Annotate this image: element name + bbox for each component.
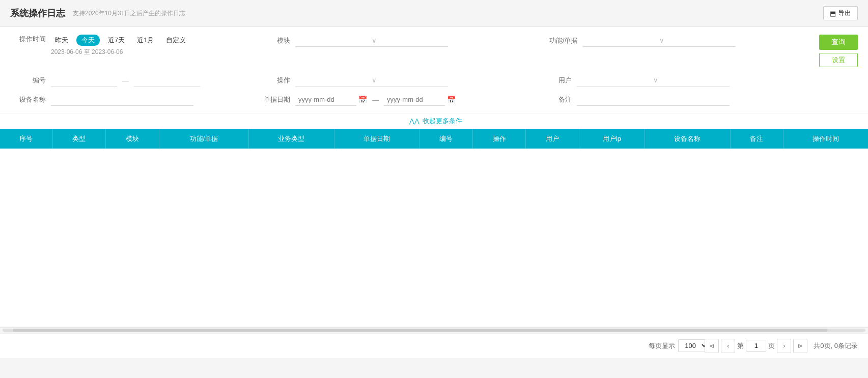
- last-page-button[interactable]: ⊳: [793, 339, 807, 353]
- time-btn-7days[interactable]: 近7天: [104, 35, 129, 46]
- filter-area: 操作时间 昨天 今天 近7天 近1月 自定义 2023-06-06 至 2023…: [0, 27, 868, 129]
- remark-label: 备注: [536, 95, 577, 104]
- collapse-bar[interactable]: ⋀⋀ 收起更多条件: [0, 113, 868, 129]
- pagination-bar: 每页显示 100 50 200 ⊲ ‹ 第 页 › ⊳ 共0页, 0条记录: [0, 333, 868, 358]
- time-label: 操作时间: [10, 35, 51, 44]
- prev-page-button[interactable]: ‹: [721, 339, 735, 353]
- action-buttons: 查询 设置: [819, 35, 858, 67]
- page-input[interactable]: [746, 340, 766, 352]
- device-label: 设备名称: [10, 95, 51, 104]
- scrollbar-area[interactable]: [0, 327, 868, 333]
- collapse-up-icon: ⋀⋀: [409, 118, 419, 125]
- page-header: 系统操作日志 支持2020年10月31日之后产生的操作日志 ⬒ 导出: [0, 0, 868, 27]
- total-info: 共0页, 0条记录: [814, 341, 858, 351]
- function-select[interactable]: ∨: [583, 35, 736, 47]
- col-remark: 备注: [730, 129, 783, 149]
- scrollbar-thumb: [13, 329, 827, 332]
- function-label: 功能/单据: [542, 36, 583, 45]
- col-device: 设备名称: [645, 129, 730, 149]
- pagination-nav: ⊲ ‹ 第 页 › ⊳: [705, 339, 807, 353]
- function-chevron-icon: ∨: [659, 37, 733, 44]
- col-type: 类型: [52, 129, 105, 149]
- table-header: 序号 类型 模块 功能/单据 业务类型 单据日期 编号 操作 用户 用户ip 设…: [0, 129, 868, 149]
- serial-label: 编号: [10, 76, 51, 85]
- device-input[interactable]: [51, 94, 193, 106]
- time-range: 2023-06-06 至 2023-06-06: [51, 48, 190, 56]
- bill-date-from-wrapper: 📅: [295, 94, 367, 106]
- col-user-ip: 用户ip: [579, 129, 645, 149]
- module-label: 模块: [255, 36, 295, 45]
- serial-input-to[interactable]: [134, 74, 200, 86]
- calendar-from-icon[interactable]: 📅: [358, 96, 367, 104]
- settings-button[interactable]: 设置: [819, 53, 858, 67]
- remark-input[interactable]: [577, 94, 730, 106]
- col-module: 模块: [106, 129, 159, 149]
- col-op-time: 操作时间: [783, 129, 868, 149]
- col-operation: 操作: [472, 129, 525, 149]
- calendar-to-icon[interactable]: 📅: [447, 96, 456, 104]
- export-icon: ⬒: [830, 10, 836, 17]
- per-page-select[interactable]: 100 50 200: [678, 339, 709, 352]
- per-page-label: 每页显示: [649, 341, 675, 351]
- serial-input-from[interactable]: [51, 74, 117, 86]
- bill-date-to-wrapper: 📅: [384, 94, 456, 106]
- next-page-button[interactable]: ›: [777, 339, 791, 353]
- col-user: 用户: [526, 129, 579, 149]
- table-container: 序号 类型 模块 功能/单据 业务类型 单据日期 编号 操作 用户 用户ip 设…: [0, 129, 868, 327]
- time-buttons: 昨天 今天 近7天 近1月 自定义: [51, 35, 190, 46]
- col-bill-date: 单据日期: [334, 129, 419, 149]
- first-page-button[interactable]: ⊲: [705, 339, 719, 353]
- page-suffix: 页: [768, 341, 775, 351]
- time-btn-today[interactable]: 今天: [76, 35, 100, 46]
- operation-chevron-icon: ∨: [372, 76, 445, 84]
- table-body: [0, 149, 868, 327]
- col-serial-no: 编号: [419, 129, 472, 149]
- operation-label: 操作: [255, 76, 295, 85]
- page-subtitle: 支持2020年10月31日之后产生的操作日志: [73, 9, 185, 18]
- bill-date-to[interactable]: [384, 94, 445, 106]
- time-filter-group: 昨天 今天 近7天 近1月 自定义 2023-06-06 至 2023-06-0…: [51, 35, 190, 56]
- scrollbar-track: [3, 329, 865, 332]
- export-button[interactable]: ⬒ 导出: [823, 6, 858, 20]
- page-title: 系统操作日志: [10, 7, 65, 19]
- query-button[interactable]: 查询: [819, 35, 858, 50]
- page-label: 第: [737, 341, 744, 351]
- bill-date-label: 单据日期: [255, 95, 295, 104]
- user-label: 用户: [536, 76, 577, 85]
- col-biz-type: 业务类型: [249, 129, 334, 149]
- module-select[interactable]: ∨: [295, 35, 448, 47]
- time-btn-custom[interactable]: 自定义: [162, 35, 190, 46]
- col-function: 功能/单据: [159, 129, 248, 149]
- time-btn-yesterday[interactable]: 昨天: [51, 35, 72, 46]
- module-chevron-icon: ∨: [372, 37, 445, 44]
- user-select[interactable]: ∨: [577, 74, 730, 86]
- user-chevron-icon: ∨: [653, 76, 726, 84]
- empty-row: [0, 149, 868, 327]
- time-btn-1month[interactable]: 近1月: [133, 35, 158, 46]
- operation-select[interactable]: ∨: [295, 74, 448, 86]
- data-table: 序号 类型 模块 功能/单据 业务类型 单据日期 编号 操作 用户 用户ip 设…: [0, 129, 868, 327]
- bill-date-from[interactable]: [295, 94, 356, 106]
- col-serial: 序号: [0, 129, 52, 149]
